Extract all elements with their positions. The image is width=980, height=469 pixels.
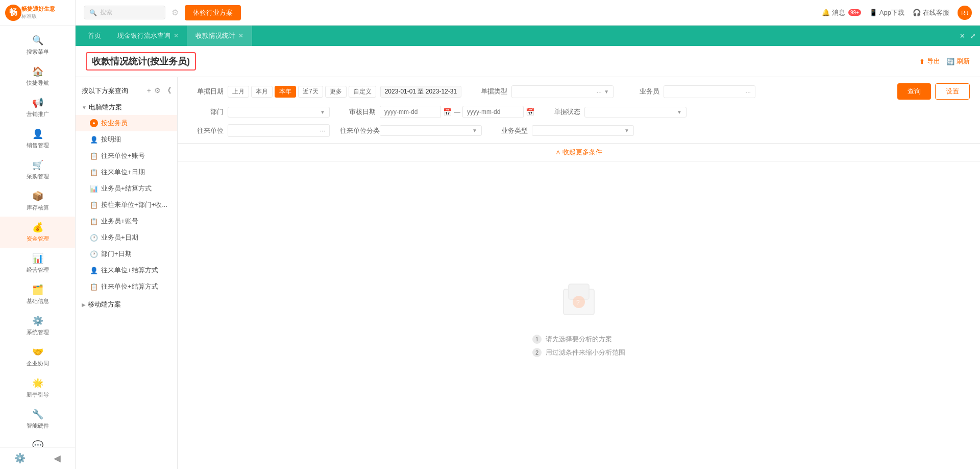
gear-icon: ⚙️: [32, 315, 43, 326]
tab-bank-flow-close[interactable]: ✕: [174, 32, 179, 39]
doc-type-select[interactable]: ··· ▼: [511, 85, 614, 98]
sidebar-item-operation[interactable]: 📊 经营管理: [0, 248, 75, 279]
salesperson-scheme-icon: ●: [90, 119, 98, 127]
collapse-sidebar-icon[interactable]: ◀: [54, 453, 61, 464]
collapse-panel-icon[interactable]: 《: [164, 86, 171, 96]
date-btn-custom[interactable]: 自定义: [349, 86, 376, 98]
tabbar-right: ✕ ⤢: [960, 32, 976, 40]
export-icon: ⬆: [919, 58, 925, 65]
refresh-button[interactable]: 🔄 刷新: [946, 57, 970, 66]
review-date-label: 审核日期: [340, 107, 376, 116]
doc-status-filter-item: 单据状态 ▼: [545, 107, 687, 118]
sidebar-item-quicknav[interactable]: 🏠 快捷导航: [0, 61, 75, 92]
sidebar-item-search[interactable]: 🔍 搜索菜单: [0, 30, 75, 61]
tab-close-all-icon[interactable]: ✕: [960, 32, 965, 40]
app-download-label: App下载: [879, 8, 904, 17]
date-btn-7days[interactable]: 近7天: [298, 86, 323, 98]
box-icon: 📦: [32, 191, 43, 202]
scheme-settings-icon[interactable]: ⚙: [154, 86, 161, 96]
dept-arrow-icon: ▼: [320, 109, 325, 115]
unit-date-icon: 📋: [90, 169, 98, 176]
tab-collection-stats[interactable]: 收款情况统计 ✕: [187, 26, 252, 46]
query-button[interactable]: 查询: [897, 83, 931, 100]
filter-row-2: 部门 ▼ 审核日期 📅 —: [188, 106, 970, 118]
review-date-group: 📅 — 📅: [380, 106, 534, 118]
scheme-item-unit-account[interactable]: 📋 往来单位+账号: [76, 148, 177, 164]
sidebar-label-search: 搜索菜单: [27, 48, 49, 56]
scheme-item-label-unit-method1: 往来单位+结算方式: [101, 266, 158, 275]
sidebar-item-marketing[interactable]: 📢 营销推广: [0, 92, 75, 123]
desktop-group-label: 电脑端方案: [89, 103, 122, 112]
counterpart-type-select[interactable]: ▼: [380, 125, 482, 136]
message-button[interactable]: 🔔 消息 99+: [822, 8, 861, 17]
scheme-item-by-salesperson[interactable]: ● 按业务员: [76, 115, 177, 131]
empty-hint-2: 2 用过滤条件来缩小分析范围: [532, 348, 625, 357]
sidebar-item-basic[interactable]: 🗂️ 基础信息: [0, 279, 75, 310]
add-scheme-icon[interactable]: +: [147, 86, 151, 96]
tab-expand-icon[interactable]: ⤢: [970, 32, 976, 40]
filter-row-3: 往来单位 ··· 往来单位分类 ▼: [188, 124, 970, 137]
sidebar-item-system[interactable]: ⚙️ 系统管理: [0, 310, 75, 341]
business-type-select[interactable]: ▼: [532, 125, 634, 136]
salesperson-label: 业务员: [624, 87, 659, 96]
doc-status-select[interactable]: ▼: [584, 107, 687, 118]
counterpart-type-filter-item: 往来单位分类 ▼: [340, 125, 482, 136]
tab-home[interactable]: 首页: [80, 26, 109, 46]
scheme-item-label-unit-account: 往来单位+账号: [101, 151, 145, 160]
online-service-button[interactable]: 🎧 在线客服: [913, 8, 949, 17]
review-date-filter-item: 审核日期 📅 — 📅: [340, 106, 534, 118]
collapse-more-bar[interactable]: ∧ 收起更多条件: [178, 144, 980, 161]
sidebar-item-purchase[interactable]: 🛒 采购管理: [0, 154, 75, 185]
scheme-item-unit-method2[interactable]: 📋 往来单位+结算方式: [76, 278, 177, 295]
export-button[interactable]: ⬆ 导出: [919, 57, 940, 66]
page-header-actions: ⬆ 导出 🔄 刷新: [919, 57, 970, 66]
sidebar-item-enterprise[interactable]: 🤝 企业协同: [0, 341, 75, 372]
user-avatar[interactable]: Rit: [958, 6, 972, 20]
unit-method1-icon: 👤: [90, 267, 98, 274]
date-range-display[interactable]: 2023-01-01 至 2023-12-31: [380, 86, 461, 98]
sidebar-item-inventory[interactable]: 📦 库存核算: [0, 185, 75, 217]
desktop-group-header[interactable]: ▼ 电脑端方案: [76, 100, 177, 115]
page-title: 收款情况统计(按业务员): [92, 56, 190, 66]
sidebar-item-guide[interactable]: 🌟 新手引导: [0, 372, 75, 404]
scheme-item-unit-method1[interactable]: 👤 往来单位+结算方式: [76, 262, 177, 278]
scheme-item-mingxi[interactable]: 👤 按明细: [76, 131, 177, 148]
sidebar-item-sales[interactable]: 👤 销售管理: [0, 123, 75, 154]
setting-button[interactable]: 设置: [935, 83, 970, 100]
trial-button[interactable]: 体验行业方案: [185, 5, 241, 20]
dept-select[interactable]: ▼: [228, 107, 330, 118]
topbar-search-box[interactable]: 🔍 搜索: [84, 6, 165, 19]
topbar-left: 🔍 搜索 ⚙ 体验行业方案: [84, 5, 241, 20]
date-btn-this-month[interactable]: 本月: [251, 86, 273, 98]
sidebar-item-finance[interactable]: 💰 资金管理: [0, 217, 75, 248]
scheme-item-label-unit-dept-collect: 按往来单位+部门+收...: [101, 200, 167, 209]
salesperson-select[interactable]: ···: [664, 85, 755, 98]
review-date-to-input[interactable]: [462, 106, 524, 118]
mobile-group-header[interactable]: ▶ 移动端方案: [76, 297, 177, 312]
sidebar-bottom: ⚙️ ◀: [0, 447, 75, 469]
scheme-item-label-dept-date: 部门+日期: [101, 249, 132, 259]
scheme-item-salesperson-method[interactable]: 📊 业务员+结算方式: [76, 180, 177, 197]
app-download-button[interactable]: 📱 App下载: [869, 8, 904, 17]
tab-collection-stats-close[interactable]: ✕: [238, 32, 243, 39]
counterpart-type-arrow-icon: ▼: [472, 128, 477, 133]
settings-bottom-icon[interactable]: ⚙️: [14, 453, 26, 464]
message-label: 消息: [832, 8, 845, 17]
review-date-from-input[interactable]: [380, 106, 441, 118]
scheme-item-dept-date[interactable]: 🕐 部门+日期: [76, 246, 177, 262]
date-btn-this-year[interactable]: 本年: [275, 86, 296, 98]
scheme-item-unit-date[interactable]: 📋 往来单位+日期: [76, 164, 177, 180]
date-btn-last-month[interactable]: 上月: [228, 86, 249, 98]
dept-label: 部门: [188, 107, 224, 116]
counterpart-select[interactable]: ···: [228, 124, 330, 137]
sidebar-item-hardware[interactable]: 🔧 智能硬件: [0, 404, 75, 435]
scheme-item-unit-dept-collect[interactable]: 📋 按往来单位+部门+收...: [76, 197, 177, 213]
scheme-item-label-salesperson: 按业务员: [101, 119, 128, 128]
tab-bank-flow[interactable]: 现金银行流水查询 ✕: [109, 26, 187, 46]
scheme-item-salesperson-date[interactable]: 🕐 业务员+日期: [76, 229, 177, 246]
unit-method2-icon: 📋: [90, 283, 98, 291]
date-btn-more[interactable]: 更多: [325, 86, 347, 98]
business-type-filter-item: 业务类型 ▼: [492, 125, 634, 136]
sidebar-item-wechat[interactable]: 💬 企业微信: [0, 435, 75, 447]
scheme-item-salesperson-account[interactable]: 📋 业务员+账号: [76, 213, 177, 229]
